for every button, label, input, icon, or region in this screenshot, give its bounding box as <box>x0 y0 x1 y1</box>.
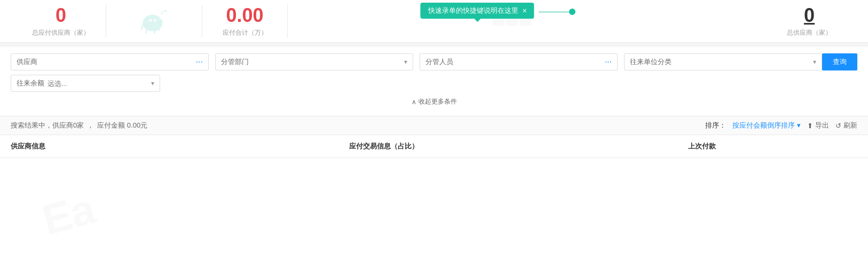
sort-arrow-icon: ▾ <box>797 121 801 129</box>
table-header: 供应商信息 应付交易信息（占比） 上次付款 <box>0 135 868 158</box>
th-supplier: 供应商信息 <box>11 142 349 151</box>
table-body: Ea <box>0 158 868 275</box>
stat-payable-suppliers: 0 总应付供应商（家） <box>16 5 106 37</box>
refresh-btn[interactable]: ↺ 刷新 <box>835 121 857 130</box>
tooltip-connector-line <box>539 12 571 12</box>
stat-payable-amount: 0.00 应付合计（万） <box>202 5 288 37</box>
collapse-row: ∧ 收起更多条件 <box>11 94 857 109</box>
svg-point-6 <box>159 18 162 20</box>
balance-filter-arrow: ▾ <box>151 80 154 87</box>
unit-class-filter-arrow: ▾ <box>813 58 816 66</box>
shortcut-tooltip: 快速录单的快捷键说明在这里 × <box>421 3 534 19</box>
payable-amount: 0.00 <box>226 5 263 26</box>
balance-filter-input[interactable] <box>48 80 151 88</box>
sort-select[interactable]: 按应付会额倒序排序 ▾ <box>732 121 801 130</box>
sort-label: 排序： <box>705 121 726 130</box>
stat-total-suppliers: 0 总供应商（家） <box>767 5 852 37</box>
supplier-filter-dots[interactable]: ··· <box>196 57 203 67</box>
watermark-text: Ea <box>37 184 100 245</box>
unit-class-filter-label: 往来单位分类 <box>630 57 672 67</box>
stat-icon-area <box>106 5 202 37</box>
balance-filter-label: 往来余额 <box>17 78 44 88</box>
empty-table-area: Ea <box>0 158 868 275</box>
tooltip-close-btn[interactable]: × <box>523 7 527 14</box>
result-bar-right: 排序： 按应付会额倒序排序 ▾ ⬆ 导出 ↺ 刷新 <box>705 121 857 130</box>
department-filter[interactable]: 分管部门 ▾ <box>215 53 413 70</box>
collapse-btn[interactable]: ∧ 收起更多条件 <box>403 94 465 109</box>
person-filter-label: 分管人员 <box>425 57 453 67</box>
department-filter-input[interactable] <box>252 58 404 66</box>
collapse-icon: ∧ <box>412 98 416 106</box>
th-transaction: 应付交易信息（占比） <box>349 142 688 151</box>
svg-point-4 <box>149 20 151 21</box>
refresh-icon: ↺ <box>835 122 841 130</box>
result-bar: 搜索结果中，供应商0家 ， 应付金额 0.00元 排序： 按应付会额倒序排序 ▾… <box>0 116 868 135</box>
payable-suppliers-count: 0 <box>56 5 66 26</box>
sort-value: 按应付会额倒序排序 <box>732 121 795 129</box>
filter-row-1: 供应商 ··· 分管部门 ▾ 分管人员 ··· 往来单位分类 ▾ 查询 <box>11 53 857 70</box>
export-icon: ⬆ <box>807 122 813 130</box>
tooltip-text: 快速录单的快捷键说明在这里 <box>428 6 518 15</box>
person-filter-input[interactable] <box>456 58 605 66</box>
person-filter[interactable]: 分管人员 ··· <box>420 53 618 70</box>
top-stats-bar: 0 总应付供应商（家） 0.00 应付合计（万） <box>0 0 868 43</box>
pig-icon <box>138 5 170 37</box>
balance-filter[interactable]: 往来余额 ▾ <box>11 75 160 92</box>
filter-area: 供应商 ··· 分管部门 ▾ 分管人员 ··· 往来单位分类 ▾ 查询 往来余额… <box>0 47 868 116</box>
result-separator: ， <box>87 121 94 130</box>
supplier-filter-label: 供应商 <box>17 57 37 67</box>
export-btn[interactable]: ⬆ 导出 <box>807 121 829 130</box>
filter-row-2: 往来余额 ▾ <box>11 75 857 92</box>
collapse-label: 收起更多条件 <box>419 97 457 106</box>
svg-line-7 <box>141 25 143 29</box>
th-lastpay: 上次付款 <box>688 142 857 151</box>
payable-amount-label: 应付合计（万） <box>223 28 267 37</box>
total-suppliers-count: 0 <box>804 5 815 26</box>
person-filter-dots[interactable]: ··· <box>605 57 612 67</box>
unit-class-filter-input[interactable] <box>675 58 813 66</box>
svg-point-5 <box>154 20 155 21</box>
department-filter-arrow: ▾ <box>404 58 407 66</box>
svg-line-8 <box>145 28 147 33</box>
query-button[interactable]: 查询 <box>822 53 857 70</box>
total-suppliers-label: 总供应商（家） <box>787 28 832 37</box>
supplier-filter-input[interactable] <box>41 58 196 66</box>
department-filter-label: 分管部门 <box>221 57 249 67</box>
export-label: 导出 <box>815 121 829 130</box>
supplier-filter[interactable]: 供应商 ··· <box>11 53 209 70</box>
result-summary: 搜索结果中，供应商0家 <box>11 121 84 130</box>
payable-suppliers-label: 总应付供应商（家） <box>32 28 90 37</box>
unit-class-filter[interactable]: 往来单位分类 ▾ <box>624 53 822 70</box>
refresh-label: 刷新 <box>843 121 857 130</box>
result-amount: 应付金额 0.00元 <box>97 121 147 130</box>
